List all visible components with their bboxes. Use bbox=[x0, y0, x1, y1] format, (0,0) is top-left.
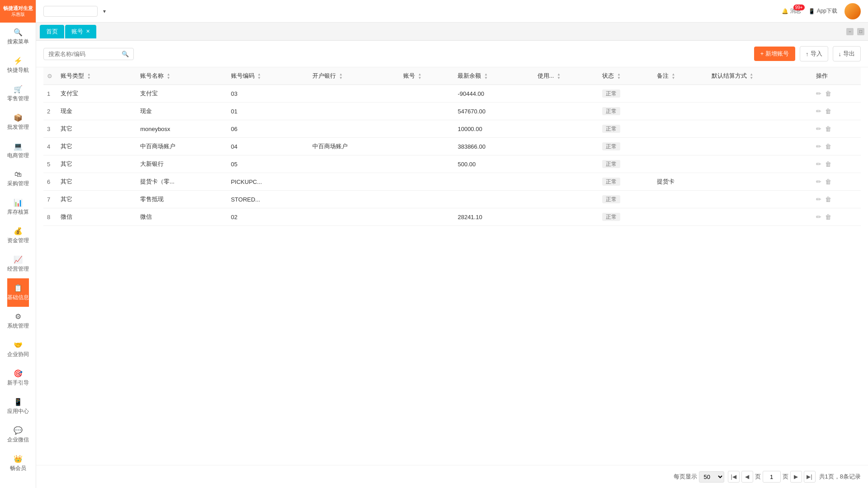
delete-button-6[interactable]: 🗑 bbox=[825, 196, 831, 203]
cell-balance-0: -90444.00 bbox=[454, 85, 533, 103]
sidebar-item-search-menu[interactable]: 🔍 搜索菜单 bbox=[7, 23, 29, 51]
sidebar-item-ecommerce[interactable]: 💻 电商管理 bbox=[7, 136, 29, 165]
cooperation-icon: 🤝 bbox=[14, 341, 23, 349]
col-balance[interactable]: 最新余额 ▲▼ bbox=[454, 67, 533, 85]
add-account-button[interactable]: + 新增账号 bbox=[754, 47, 795, 61]
sidebar-item-app-center[interactable]: 📱 应用中心 bbox=[7, 392, 29, 421]
edit-button-2[interactable]: ✏ bbox=[816, 125, 821, 132]
sort-icons-code: ▲▼ bbox=[257, 73, 261, 80]
import-button[interactable]: ↑ 导入 bbox=[800, 46, 828, 61]
sidebar-item-membership[interactable]: 👑 畅会员 bbox=[7, 449, 29, 478]
edit-button-6[interactable]: ✏ bbox=[816, 196, 821, 203]
row-num-3: 4 bbox=[43, 138, 57, 155]
cell-action-0: ✏ 🗑 bbox=[812, 85, 861, 103]
sidebar-item-inventory[interactable]: 📊 库存核算 bbox=[7, 193, 29, 221]
avatar[interactable] bbox=[844, 3, 861, 19]
sidebar-item-operations[interactable]: 📈 经营管理 bbox=[7, 250, 29, 278]
sidebar-item-enterprise-wechat[interactable]: 💬 企业微信 bbox=[7, 421, 29, 449]
delete-button-3[interactable]: 🗑 bbox=[825, 143, 831, 150]
page-size-selector[interactable]: 每页显示 50 100 bbox=[674, 471, 724, 483]
cell-usage-1 bbox=[534, 103, 599, 120]
status-badge-5: 正常 bbox=[602, 178, 620, 186]
last-page-button[interactable]: ▶| bbox=[804, 471, 816, 483]
col-usage[interactable]: 使用... ▲▼ bbox=[534, 67, 599, 85]
cell-code-3: 04 bbox=[227, 138, 309, 155]
per-page-select[interactable]: 50 100 bbox=[699, 471, 724, 483]
minimize-button[interactable]: － bbox=[846, 28, 854, 35]
tabs-bar: 首页 账号 ✕ － □ bbox=[36, 23, 868, 41]
cell-payment-0 bbox=[708, 85, 813, 103]
edit-button-4[interactable]: ✏ bbox=[816, 160, 821, 168]
delete-button-5[interactable]: 🗑 bbox=[825, 178, 831, 185]
cell-status-6: 正常 bbox=[599, 191, 653, 208]
first-page-button[interactable]: |◀ bbox=[728, 471, 740, 483]
delete-button-2[interactable]: 🗑 bbox=[825, 125, 831, 132]
page-input[interactable] bbox=[763, 471, 781, 483]
store-dropdown[interactable]: ▾ bbox=[103, 8, 106, 14]
account-table-container: ⚙ 账号类型 ▲▼ 账号名称 ▲▼ 账号编码 ▲▼ 开户银行 ▲▼ 账号 ▲▼ … bbox=[36, 67, 868, 465]
edit-button-0[interactable]: ✏ bbox=[816, 90, 821, 97]
cell-bank-3: 中百商场账户 bbox=[309, 138, 400, 155]
delete-button-7[interactable]: 🗑 bbox=[825, 213, 831, 221]
app-download-btn[interactable]: 📱 App下载 bbox=[808, 7, 837, 15]
retail-icon: 🛒 bbox=[14, 85, 23, 94]
cell-bank-6 bbox=[309, 191, 400, 208]
delete-button-4[interactable]: 🗑 bbox=[825, 160, 831, 168]
search-icon[interactable]: 🔍 bbox=[122, 51, 129, 57]
row-num-1: 2 bbox=[43, 103, 57, 120]
status-badge-0: 正常 bbox=[602, 89, 620, 98]
col-default-payment[interactable]: 默认结算方式 ▲▼ bbox=[708, 67, 813, 85]
col-status[interactable]: 状态 ▲▼ bbox=[599, 67, 653, 85]
edit-button-7[interactable]: ✏ bbox=[816, 213, 821, 221]
sidebar-label-app-center: 应用中心 bbox=[7, 408, 29, 415]
edit-button-3[interactable]: ✏ bbox=[816, 143, 821, 150]
col-type[interactable]: 账号类型 ▲▼ bbox=[57, 67, 137, 85]
sidebar-item-wholesale[interactable]: 📦 批发管理 bbox=[7, 108, 29, 136]
next-page-button[interactable]: ▶ bbox=[790, 471, 802, 483]
sidebar-item-basic-info[interactable]: 📋 基础信息 bbox=[7, 278, 29, 307]
cell-code-2: 06 bbox=[227, 120, 309, 138]
col-settings[interactable]: ⚙ bbox=[43, 67, 57, 85]
top-search-box[interactable] bbox=[43, 6, 98, 17]
quick-nav-icon: ⚡ bbox=[14, 56, 23, 65]
col-note[interactable]: 备注 ▲▼ bbox=[653, 67, 708, 85]
col-name[interactable]: 账号名称 ▲▼ bbox=[137, 67, 227, 85]
edit-button-5[interactable]: ✏ bbox=[816, 178, 821, 185]
col-code[interactable]: 账号编码 ▲▼ bbox=[227, 67, 309, 85]
sidebar-item-quick-nav[interactable]: ⚡ 快捷导航 bbox=[7, 51, 29, 80]
col-account[interactable]: 账号 ▲▼ bbox=[400, 67, 454, 85]
sidebar-item-newbie[interactable]: 🎯 新手引导 bbox=[7, 364, 29, 392]
message-badge: 99+ bbox=[793, 5, 805, 10]
import-icon: ↑ bbox=[806, 51, 809, 57]
prev-page-button[interactable]: ◀ bbox=[741, 471, 753, 483]
app-download-label: App下载 bbox=[817, 7, 837, 15]
maximize-button[interactable]: □ bbox=[857, 28, 864, 35]
tab-home[interactable]: 首页 bbox=[40, 25, 64, 38]
delete-button-1[interactable]: 🗑 bbox=[825, 108, 831, 115]
settings-icon[interactable]: ⚙ bbox=[47, 73, 52, 80]
cell-status-3: 正常 bbox=[599, 138, 653, 155]
export-button[interactable]: ↓ 导出 bbox=[833, 46, 861, 61]
search-box[interactable]: 🔍 bbox=[43, 48, 134, 60]
edit-button-1[interactable]: ✏ bbox=[816, 108, 821, 115]
search-input[interactable] bbox=[48, 51, 122, 57]
cell-code-7: 02 bbox=[227, 208, 309, 226]
sidebar-item-system[interactable]: ⚙ 系统管理 bbox=[7, 307, 29, 335]
cell-balance-7: 28241.10 bbox=[454, 208, 533, 226]
delete-button-0[interactable]: 🗑 bbox=[825, 90, 831, 97]
top-search-input[interactable] bbox=[47, 8, 88, 14]
cell-payment-3 bbox=[708, 138, 813, 155]
sidebar-item-cooperation[interactable]: 🤝 企业协同 bbox=[7, 335, 29, 364]
message-btn[interactable]: 🔔 消息 99+ bbox=[782, 7, 801, 15]
status-badge-3: 正常 bbox=[602, 142, 620, 150]
tab-close-icon[interactable]: ✕ bbox=[86, 28, 90, 34]
cell-status-7: 正常 bbox=[599, 208, 653, 226]
sidebar-item-retail[interactable]: 🛒 零售管理 bbox=[7, 80, 29, 108]
col-bank[interactable]: 开户银行 ▲▼ bbox=[309, 67, 400, 85]
sidebar-item-finance[interactable]: 💰 资金管理 bbox=[7, 221, 29, 250]
page-of-label: 页 bbox=[783, 473, 788, 481]
sidebar-item-purchase[interactable]: 🛍 采购管理 bbox=[7, 165, 29, 193]
cell-account-2 bbox=[400, 120, 454, 138]
cell-code-6: STORED... bbox=[227, 191, 309, 208]
tab-accounts[interactable]: 账号 ✕ bbox=[65, 25, 96, 38]
